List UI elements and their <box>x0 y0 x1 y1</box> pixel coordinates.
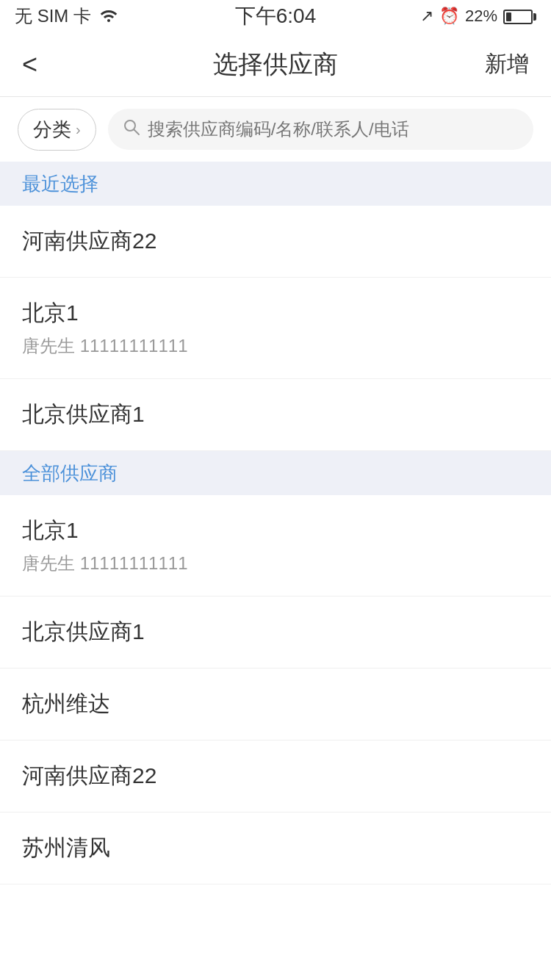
alarm-icon: ⏰ <box>439 7 459 26</box>
category-button[interactable]: 分类 › <box>18 109 96 151</box>
supplier-name: 河南供应商22 <box>22 761 529 791</box>
list-item[interactable]: 河南供应商22 <box>0 741 551 813</box>
supplier-name: 杭州维达 <box>22 689 529 719</box>
supplier-sub: 唐先生 11111111111 <box>22 334 529 358</box>
list-item[interactable]: 河南供应商22 <box>0 206 551 278</box>
supplier-name: 北京供应商1 <box>22 617 529 647</box>
category-label: 分类 <box>33 117 71 143</box>
battery-percent: 22% <box>465 7 497 26</box>
supplier-name: 河南供应商22 <box>22 226 529 256</box>
search-input[interactable] <box>148 119 519 140</box>
recent-section-label: 最近选择 <box>22 171 98 197</box>
recent-section-header: 最近选择 <box>0 162 551 206</box>
status-bar: 无 SIM 卡 下午6:04 ↗ ⏰ 22% <box>0 0 551 32</box>
search-icon <box>123 118 140 140</box>
status-bar-right: ↗ ⏰ 22% <box>420 7 536 26</box>
list-item[interactable]: 苏州清风 <box>0 813 551 884</box>
nav-bar: < 选择供应商 新增 <box>0 32 551 97</box>
supplier-name: 北京1 <box>22 516 529 546</box>
page-title: 选择供应商 <box>213 48 338 82</box>
wifi-icon <box>98 6 119 26</box>
list-item[interactable]: 北京1 唐先生 11111111111 <box>0 495 551 597</box>
supplier-name: 北京1 <box>22 298 529 328</box>
supplier-name: 北京供应商1 <box>22 400 529 430</box>
search-bar[interactable] <box>108 109 533 150</box>
filter-bar: 分类 › <box>0 97 551 162</box>
svg-line-1 <box>134 130 139 135</box>
all-section-label: 全部供应商 <box>22 461 118 486</box>
all-section-header: 全部供应商 <box>0 451 551 495</box>
carrier-label: 无 SIM 卡 <box>15 4 91 28</box>
location-icon: ↗ <box>420 7 433 26</box>
chevron-right-icon: › <box>76 121 81 138</box>
list-item[interactable]: 北京1 唐先生 11111111111 <box>0 278 551 379</box>
supplier-name: 苏州清风 <box>22 833 529 863</box>
list-item[interactable]: 杭州维达 <box>0 669 551 741</box>
battery-icon <box>503 7 536 26</box>
recent-items-list: 河南供应商22 北京1 唐先生 11111111111 北京供应商1 <box>0 206 551 451</box>
status-bar-left: 无 SIM 卡 <box>15 4 119 28</box>
back-button[interactable]: < <box>22 49 66 80</box>
supplier-sub: 唐先生 11111111111 <box>22 552 529 575</box>
add-button[interactable]: 新增 <box>485 49 529 79</box>
list-item[interactable]: 北京供应商1 <box>0 379 551 451</box>
all-items-list: 北京1 唐先生 11111111111 北京供应商1 杭州维达 河南供应商22 … <box>0 495 551 884</box>
list-item[interactable]: 北京供应商1 <box>0 597 551 669</box>
status-bar-time: 下午6:04 <box>235 2 317 30</box>
